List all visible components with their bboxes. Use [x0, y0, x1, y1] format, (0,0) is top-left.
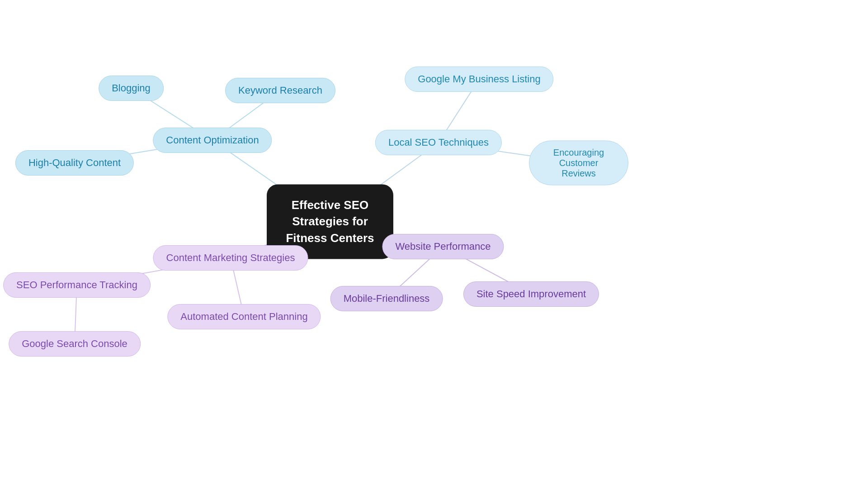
node-site-speed[interactable]: Site Speed Improvement	[463, 281, 599, 307]
node-label: Automated Content Planning	[180, 311, 307, 323]
node-encouraging-reviews[interactable]: Encouraging Customer Reviews	[529, 141, 628, 186]
node-label: Site Speed Improvement	[476, 288, 586, 300]
node-label: Google Search Console	[22, 338, 127, 350]
node-label: High-Quality Content	[28, 157, 121, 169]
node-label: Content Optimization	[166, 134, 259, 146]
node-label: Google My Business Listing	[418, 73, 540, 85]
node-content-marketing[interactable]: Content Marketing Strategies	[153, 245, 308, 271]
node-high-quality-content[interactable]: High-Quality Content	[15, 150, 134, 176]
node-label: SEO Performance Tracking	[16, 279, 137, 291]
node-label: Encouraging Customer Reviews	[542, 147, 615, 179]
node-label: Mobile-Friendliness	[344, 293, 430, 304]
node-website-performance[interactable]: Website Performance	[382, 234, 504, 259]
node-label: Content Marketing Strategies	[166, 252, 295, 264]
node-google-my-business[interactable]: Google My Business Listing	[405, 67, 553, 92]
node-content-optimization[interactable]: Content Optimization	[153, 128, 272, 153]
node-label: Website Performance	[395, 241, 491, 252]
node-mobile-friendliness[interactable]: Mobile-Friendliness	[330, 286, 443, 311]
node-local-seo[interactable]: Local SEO Techniques	[375, 130, 502, 155]
mindmap-container: Effective SEO Strategies for Fitness Cen…	[0, 0, 868, 490]
node-automated-content[interactable]: Automated Content Planning	[167, 304, 321, 329]
center-node-label: Effective SEO Strategies for Fitness Cen…	[286, 197, 374, 246]
node-label: Keyword Research	[238, 85, 322, 96]
node-google-search-console[interactable]: Google Search Console	[9, 331, 141, 357]
node-label: Blogging	[112, 82, 151, 94]
node-blogging[interactable]: Blogging	[99, 76, 164, 101]
node-seo-performance[interactable]: SEO Performance Tracking	[3, 272, 151, 298]
node-keyword-research[interactable]: Keyword Research	[225, 78, 335, 103]
node-label: Local SEO Techniques	[388, 137, 489, 148]
